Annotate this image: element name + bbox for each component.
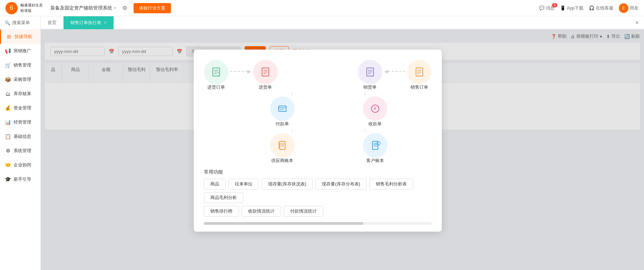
app-download-btn[interactable]: 📱 App下载 bbox=[560, 5, 584, 11]
system-dropdown-icon[interactable]: ▾ bbox=[114, 6, 116, 10]
purchase-icon: 📦 bbox=[5, 76, 11, 83]
purchase-order-icon bbox=[204, 60, 228, 84]
sidebar-item-basics[interactable]: 📋 基础信息 bbox=[0, 129, 40, 144]
payment-slip-icon: ¥ bbox=[270, 96, 295, 121]
sidebar: 🔍 搜索菜单 ⊞ 快捷导航 📢 营销推广 🛒 销售管理 📦 采购管理 🗂 库存核… bbox=[0, 16, 41, 270]
sidebar-item-enterprise[interactable]: 🤝 企业协同 bbox=[0, 158, 40, 172]
operations-icon: 📊 bbox=[5, 119, 11, 125]
flow-modal: 进货订单 ▶ 进货单 bbox=[194, 50, 442, 232]
common-btn-8[interactable]: 付款情况统计 bbox=[284, 206, 323, 217]
flow-node-receipt-slip[interactable]: ¥ 收款单 bbox=[363, 96, 387, 127]
avatar: E bbox=[619, 3, 628, 13]
system-icon: ⚙ bbox=[5, 148, 11, 154]
marketing-icon: 📢 bbox=[5, 48, 11, 54]
common-buttons: 商品 往来单位 现存量(库存状况表) 现存量(库存分布表) 销售毛利分析表 商品… bbox=[204, 179, 432, 203]
svg-text:¥: ¥ bbox=[282, 108, 284, 111]
customer-ledger-icon bbox=[363, 133, 387, 158]
page-content: ❓ 帮助 🖨 按模板打印 ▾ ⬆ 导出 🔄 刷新 📅 📅 bbox=[41, 29, 644, 270]
flow-diagram: 进货订单 ▶ 进货单 bbox=[204, 60, 432, 164]
flow-node-sales-order[interactable]: 销售订单 bbox=[407, 60, 432, 90]
sidebar-item-quick-nav[interactable]: ⊞ 快捷导航 bbox=[0, 30, 40, 44]
sidebar-item-purchase[interactable]: 📦 采购管理 bbox=[0, 72, 40, 87]
sales-icon: 🛒 bbox=[5, 62, 11, 68]
tab-home[interactable]: 首页 bbox=[41, 16, 64, 29]
common-btn-4[interactable]: 销售毛利分析表 bbox=[369, 179, 413, 190]
trial-button[interactable]: 体验行业方案 bbox=[134, 3, 171, 13]
main-area: 首页 销售订单执行表 × × ❓ 帮助 🖨 按模板打印 ▾ ⬆ 导出 bbox=[41, 16, 644, 270]
basics-icon: 📋 bbox=[5, 133, 11, 140]
tab-close-icon[interactable]: × bbox=[104, 20, 107, 25]
svg-text:¥: ¥ bbox=[373, 106, 376, 111]
close-main-icon[interactable]: × bbox=[630, 20, 644, 26]
header-right: 💬 消息 5 📱 App下载 🎧 在线客服 E 用友 bbox=[539, 3, 639, 13]
finance-icon: 💰 bbox=[5, 105, 11, 111]
sales-order-icon bbox=[407, 60, 432, 84]
sidebar-item-operations[interactable]: 📊 经营管理 bbox=[0, 115, 40, 129]
logo-area: 6 畅康通好生意 标准版 bbox=[5, 2, 46, 14]
sidebar-item-marketing[interactable]: 📢 营销推广 bbox=[0, 44, 40, 58]
sidebar-item-finance[interactable]: 💰 资金管理 bbox=[0, 101, 40, 115]
message-btn[interactable]: 💬 消息 5 bbox=[539, 5, 555, 11]
flow-node-payment-slip[interactable]: ¥ 付款单 bbox=[270, 96, 295, 127]
sidebar-item-newbie[interactable]: 🎓 新手引导 bbox=[0, 172, 40, 186]
modal-overlay[interactable]: 进货订单 ▶ 进货单 bbox=[41, 29, 644, 270]
tab-sales-order-exec[interactable]: 销售订单执行表 × bbox=[64, 16, 114, 29]
svg-rect-26 bbox=[278, 142, 280, 149]
sidebar-item-sales[interactable]: 🛒 销售管理 bbox=[0, 58, 40, 72]
flow-node-purchase-invoice[interactable]: 进货单 bbox=[253, 60, 278, 90]
brand-text: 畅康通好生意 标准版 bbox=[20, 3, 43, 13]
flow-node-customer-ledger[interactable]: 客户账本 bbox=[363, 133, 387, 164]
common-functions-title: 常用功能 bbox=[204, 169, 432, 175]
common-btn-3[interactable]: 现存量(库存分布表) bbox=[315, 179, 367, 190]
download-icon: 📱 bbox=[560, 5, 565, 11]
online-service-btn[interactable]: 🎧 在线客服 bbox=[589, 5, 613, 11]
settings-icon[interactable]: ⚙ bbox=[120, 3, 129, 13]
common-btn-6[interactable]: 销售排行榜 bbox=[204, 206, 239, 217]
quick-nav-icon: ⊞ bbox=[6, 34, 12, 40]
modal-scrollbar-thumb bbox=[204, 222, 363, 225]
purchase-invoice-icon bbox=[253, 60, 278, 84]
search-icon: 🔍 bbox=[5, 20, 10, 25]
flow-node-supplier-ledger[interactable]: 供应商账本 bbox=[270, 133, 295, 164]
common-btn-2[interactable]: 现存量(库存状况表) bbox=[262, 179, 313, 190]
inventory-icon: 🗂 bbox=[5, 91, 11, 97]
common-btn-7[interactable]: 收款情况统计 bbox=[242, 206, 281, 217]
user-area[interactable]: E 用友 bbox=[619, 3, 639, 13]
common-buttons-row2: 销售排行榜 收款情况统计 付款情况统计 bbox=[204, 206, 432, 217]
service-icon: 🎧 bbox=[589, 5, 594, 11]
svg-rect-22 bbox=[280, 141, 285, 149]
tab-bar: 首页 销售订单执行表 × × bbox=[41, 16, 644, 29]
enterprise-icon: 🤝 bbox=[5, 162, 11, 168]
logo-icon: 6 bbox=[5, 2, 18, 14]
common-btn-1[interactable]: 往来单位 bbox=[228, 179, 259, 190]
flow-node-purchase-order[interactable]: 进货订单 bbox=[204, 60, 228, 90]
sales-invoice-icon bbox=[358, 60, 382, 84]
newbie-icon: 🎓 bbox=[5, 176, 11, 182]
receipt-slip-icon: ¥ bbox=[363, 96, 387, 121]
message-icon: 💬 bbox=[539, 5, 544, 11]
modal-scrollbar[interactable] bbox=[204, 222, 432, 225]
flow-node-sales-invoice[interactable]: 销货单 bbox=[358, 60, 382, 90]
common-btn-0[interactable]: 商品 bbox=[204, 179, 226, 190]
supplier-ledger-icon bbox=[270, 133, 295, 158]
svg-rect-18 bbox=[280, 109, 282, 110]
search-menu[interactable]: 🔍 搜索菜单 bbox=[0, 16, 40, 30]
svg-point-31 bbox=[377, 142, 380, 145]
sidebar-item-system[interactable]: ⚙ 系统管理 bbox=[0, 144, 40, 158]
common-btn-5[interactable]: 商品毛利分析 bbox=[204, 192, 243, 203]
sidebar-item-inventory[interactable]: 🗂 库存核算 bbox=[0, 87, 40, 101]
top-header: 6 畅康通好生意 标准版 装备及固定资产辅助管理系统 ▾ ⚙ 体验行业方案 💬 … bbox=[0, 0, 644, 16]
system-title: 装备及固定资产辅助管理系统 ▾ bbox=[50, 5, 116, 11]
